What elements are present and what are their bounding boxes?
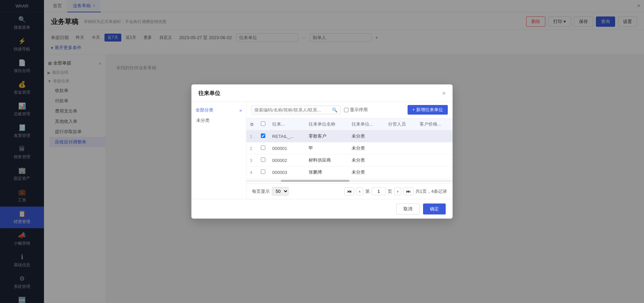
table-head: ⚙ 往来... 往来单位名称 往来单位... 分管人员 客户价格... xyxy=(246,118,453,130)
col-settings-icon[interactable]: ⚙ xyxy=(246,118,257,130)
search-icon: 🔍 xyxy=(332,107,337,113)
row-1-checkbox[interactable] xyxy=(257,130,269,142)
dialog-toolbar: 🔍 显示停用 + 新增往来单位 xyxy=(246,102,453,118)
dialog-table: ⚙ 往来... 往来单位名称 往来单位... 分管人员 客户价格... xyxy=(246,118,453,183)
row-1-category: 未分类 xyxy=(348,130,385,142)
col-price-header[interactable]: 客户价格... xyxy=(416,118,453,130)
show-disabled-label: 显示停用 xyxy=(350,107,368,113)
total-info: 共1页，4条记录 xyxy=(415,188,447,195)
row-4-checkbox[interactable] xyxy=(257,166,269,178)
col-checkbox-header[interactable] xyxy=(257,118,269,130)
dialog-header: 往来单位 × xyxy=(191,84,453,102)
row-4-category: 未分类 xyxy=(348,166,385,178)
row-1-code: RETAIL_... xyxy=(269,130,305,142)
dialog-overlay: 往来单位 × 全部分类 « 未分类 🔍 xyxy=(0,0,644,303)
row-3-checkbox[interactable] xyxy=(257,154,269,166)
row-4-manager xyxy=(385,166,416,178)
row-2-checkbox[interactable] xyxy=(257,142,269,154)
row-3-num: 3 xyxy=(246,154,257,166)
dialog-main: 🔍 显示停用 + 新增往来单位 ⚙ xyxy=(246,102,453,199)
per-page-select[interactable]: 50 xyxy=(272,187,289,196)
next-page-btn[interactable]: › xyxy=(394,187,401,195)
show-disabled-checkbox[interactable] xyxy=(344,108,348,112)
dialog-footer: 每页显示 50 ⏮ ‹ 第 页 › ⏭ 共1页，4条记录 xyxy=(246,183,453,199)
page-label: 第 xyxy=(365,188,370,195)
row-1-name: 零散客户 xyxy=(305,130,348,142)
add-partner-button[interactable]: + 新增往来单位 xyxy=(408,105,448,115)
prev-page-btn[interactable]: ‹ xyxy=(356,187,363,195)
row-4-name: 张鹏博 xyxy=(305,166,348,178)
dialog-sidebar-toggle-icon[interactable]: « xyxy=(240,108,242,113)
page-number-input[interactable] xyxy=(372,187,386,195)
dialog-actions: 取消 确定 xyxy=(191,199,453,219)
dialog-title: 往来单位 xyxy=(198,90,220,97)
all-categories-label: 全部分类 xyxy=(196,107,213,113)
last-page-btn[interactable]: ⏭ xyxy=(403,187,413,195)
table-row[interactable]: 2 000001 甲 未分类 xyxy=(246,142,453,154)
col-category-header[interactable]: 往来单位... xyxy=(348,118,385,130)
row-4-price xyxy=(416,166,453,178)
per-page-label: 每页显示 xyxy=(252,188,270,195)
row-4-code: 000003 xyxy=(269,166,305,178)
search-input[interactable] xyxy=(254,107,330,113)
table-header-row: ⚙ 往来... 往来单位名称 往来单位... 分管人员 客户价格... xyxy=(246,118,453,130)
horizontal-scrollbar-track[interactable] xyxy=(246,180,453,182)
dialog-sidebar: 全部分类 « 未分类 xyxy=(191,102,246,199)
row-2-manager xyxy=(385,142,416,154)
row-1-num: 1 xyxy=(246,130,257,142)
partner-dialog: 往来单位 × 全部分类 « 未分类 🔍 xyxy=(191,84,453,219)
cancel-button[interactable]: 取消 xyxy=(396,203,420,214)
table-row[interactable]: 3 000002 材料供应商 未分类 xyxy=(246,154,453,166)
show-disabled-checkbox-label[interactable]: 显示停用 xyxy=(344,107,368,113)
row-2-code: 000001 xyxy=(269,142,305,154)
select-all-checkbox[interactable] xyxy=(261,121,265,126)
row-3-code: 000002 xyxy=(269,154,305,166)
row-4-num: 4 xyxy=(246,166,257,178)
pagination: ⏮ ‹ 第 页 › ⏭ 共1页，4条记录 xyxy=(344,187,447,195)
row-3-name: 材料供应商 xyxy=(305,154,348,166)
row-3-manager xyxy=(385,154,416,166)
dialog-sidebar-unclassified[interactable]: 未分类 xyxy=(191,115,246,126)
page-unit: 页 xyxy=(388,188,392,195)
col-name-header[interactable]: 往来单位名称 xyxy=(305,118,348,130)
row-1-price xyxy=(416,130,453,142)
partner-table: ⚙ 往来... 往来单位名称 往来单位... 分管人员 客户价格... xyxy=(246,118,453,178)
row-2-num: 2 xyxy=(246,142,257,154)
dialog-sidebar-header[interactable]: 全部分类 « xyxy=(191,105,246,115)
per-page-control: 每页显示 50 xyxy=(252,187,289,196)
dialog-body: 全部分类 « 未分类 🔍 显示停用 xyxy=(191,102,453,199)
row-3-category: 未分类 xyxy=(348,154,385,166)
horizontal-scrollbar-thumb[interactable] xyxy=(281,180,349,182)
row-2-category: 未分类 xyxy=(348,142,385,154)
col-manager-header[interactable]: 分管人员 xyxy=(385,118,416,130)
confirm-button[interactable]: 确定 xyxy=(423,203,446,214)
search-box[interactable]: 🔍 xyxy=(251,106,341,114)
col-code-header[interactable]: 往来... xyxy=(269,118,305,130)
row-1-manager xyxy=(385,130,416,142)
row-2-price xyxy=(416,142,453,154)
dialog-close-btn[interactable]: × xyxy=(442,90,446,97)
table-body: 1 RETAIL_... 零散客户 未分类 2 xyxy=(246,130,453,178)
table-row[interactable]: 4 000003 张鹏博 未分类 xyxy=(246,166,453,178)
row-3-price xyxy=(416,154,453,166)
unclassified-label: 未分类 xyxy=(196,118,210,123)
table-row[interactable]: 1 RETAIL_... 零散客户 未分类 xyxy=(246,130,453,142)
row-2-name: 甲 xyxy=(305,142,348,154)
first-page-btn[interactable]: ⏮ xyxy=(344,187,354,195)
